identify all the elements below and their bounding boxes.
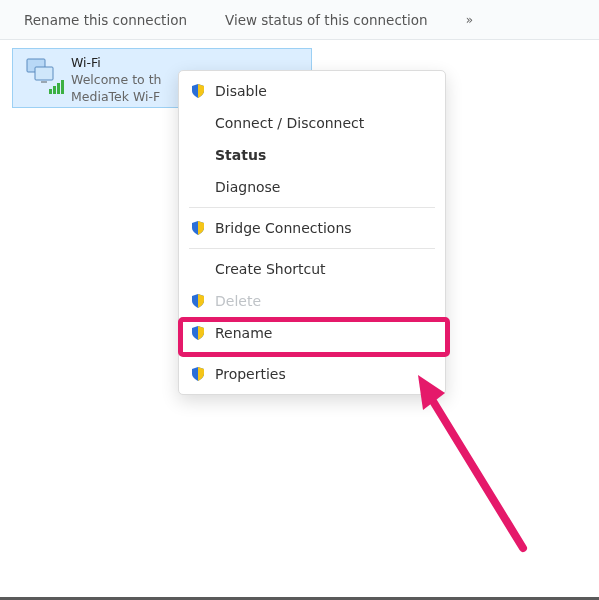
adapter-network: Welcome to th [71,72,162,89]
menu-label: Create Shortcut [215,261,326,277]
svg-rect-2 [41,81,47,83]
menu-create-shortcut[interactable]: Create Shortcut [179,253,445,285]
shield-icon [189,82,207,100]
shield-icon [189,324,207,342]
adapter-name: Wi-Fi [71,55,162,72]
menu-separator [189,207,435,208]
menu-properties[interactable]: Properties [179,358,445,390]
menu-label: Disable [215,83,267,99]
menu-connect-disconnect[interactable]: Connect / Disconnect [179,107,445,139]
toolbar-overflow[interactable]: » [466,13,473,27]
menu-separator [189,248,435,249]
blank-icon [189,146,207,164]
shield-icon [189,219,207,237]
shield-icon [189,365,207,383]
blank-icon [189,114,207,132]
adapter-context-menu: Disable Connect / Disconnect Status Diag… [178,70,446,395]
toolbar-view-status[interactable]: View status of this connection [225,12,428,28]
menu-label: Bridge Connections [215,220,352,236]
shield-icon [189,292,207,310]
menu-diagnose[interactable]: Diagnose [179,171,445,203]
command-bar: Rename this connection View status of th… [0,0,599,40]
menu-separator [189,353,435,354]
menu-disable[interactable]: Disable [179,75,445,107]
svg-rect-3 [49,89,52,94]
menu-label: Rename [215,325,272,341]
menu-status[interactable]: Status [179,139,445,171]
svg-rect-5 [57,83,60,94]
menu-label: Delete [215,293,261,309]
svg-line-7 [428,393,523,548]
toolbar-rename[interactable]: Rename this connection [24,12,187,28]
adapter-labels: Wi-Fi Welcome to th MediaTek Wi-F [71,55,162,106]
blank-icon [189,260,207,278]
adapter-device: MediaTek Wi-F [71,89,162,106]
network-adapter-icon [21,55,65,99]
menu-label: Connect / Disconnect [215,115,364,131]
menu-delete: Delete [179,285,445,317]
svg-rect-4 [53,86,56,94]
menu-label: Diagnose [215,179,280,195]
menu-label: Properties [215,366,286,382]
menu-bridge-connections[interactable]: Bridge Connections [179,212,445,244]
svg-rect-1 [35,67,53,80]
svg-rect-6 [61,80,64,94]
blank-icon [189,178,207,196]
menu-rename[interactable]: Rename [179,317,445,349]
menu-label: Status [215,147,266,163]
